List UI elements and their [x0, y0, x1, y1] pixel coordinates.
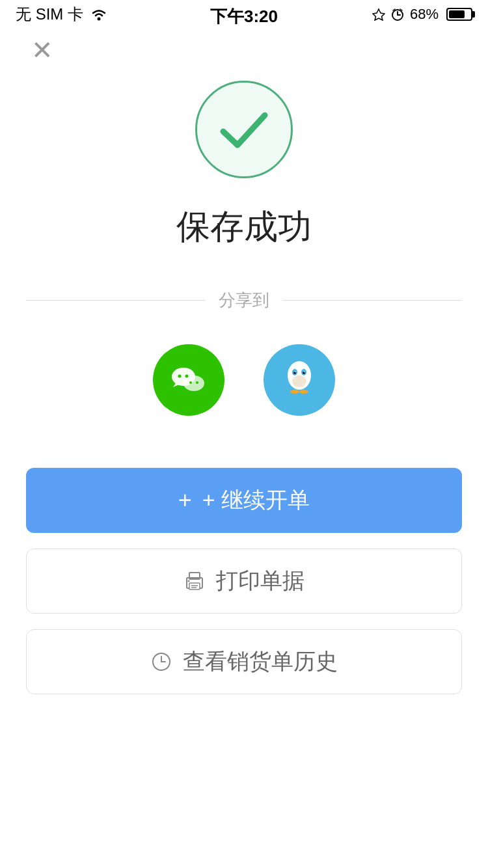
share-label: 分享到 [206, 289, 282, 312]
svg-point-0 [98, 18, 101, 21]
continue-label: + 继续开单 [202, 485, 310, 515]
svg-point-21 [290, 390, 299, 394]
battery-icon [446, 8, 472, 21]
print-label: 打印单据 [216, 566, 305, 596]
svg-point-17 [295, 371, 296, 372]
print-button[interactable]: 打印单据 [26, 549, 462, 614]
checkmark-icon [218, 109, 270, 151]
success-indicator [195, 81, 293, 178]
status-bar: 无 SIM 卡 下午3:20 68% [0, 0, 488, 29]
svg-point-11 [196, 381, 198, 384]
wechat-icon [169, 362, 208, 398]
svg-point-22 [299, 390, 308, 394]
main-content: 保存成功 分享到 [0, 29, 488, 694]
svg-point-8 [178, 374, 182, 377]
share-qq-button[interactable] [264, 344, 335, 416]
alarm-icon [390, 7, 405, 21]
qq-icon [280, 359, 319, 401]
svg-point-28 [188, 580, 190, 582]
share-icons-container [153, 344, 335, 416]
share-line-right [282, 300, 462, 301]
print-icon [183, 570, 206, 592]
share-line-left [26, 300, 206, 301]
svg-point-18 [304, 371, 305, 372]
location-icon [372, 8, 385, 21]
action-buttons: + + 继续开单 打印单据 查看销货单历史 [0, 468, 488, 694]
svg-point-10 [189, 381, 192, 384]
history-button[interactable]: 查看销货单历史 [26, 629, 462, 694]
history-icon [150, 651, 172, 673]
svg-point-7 [183, 375, 204, 391]
status-right: 68% [372, 6, 472, 23]
close-button[interactable]: ✕ [26, 34, 59, 66]
svg-rect-25 [189, 583, 200, 590]
share-section: 分享到 [0, 289, 488, 312]
wifi-icon [90, 7, 108, 21]
svg-point-9 [185, 374, 189, 377]
history-label: 查看销货单历史 [183, 647, 338, 677]
continue-button[interactable]: + + 继续开单 [26, 468, 462, 533]
success-title: 保存成功 [176, 204, 312, 250]
svg-point-20 [292, 375, 306, 387]
battery-percent: 68% [410, 6, 439, 23]
sim-status: 无 SIM 卡 [16, 4, 83, 25]
status-time: 下午3:20 [210, 5, 278, 28]
share-wechat-button[interactable] [153, 344, 224, 416]
continue-plus-icon: + [178, 487, 192, 514]
status-left: 无 SIM 卡 [16, 4, 108, 25]
close-icon: ✕ [31, 37, 53, 63]
